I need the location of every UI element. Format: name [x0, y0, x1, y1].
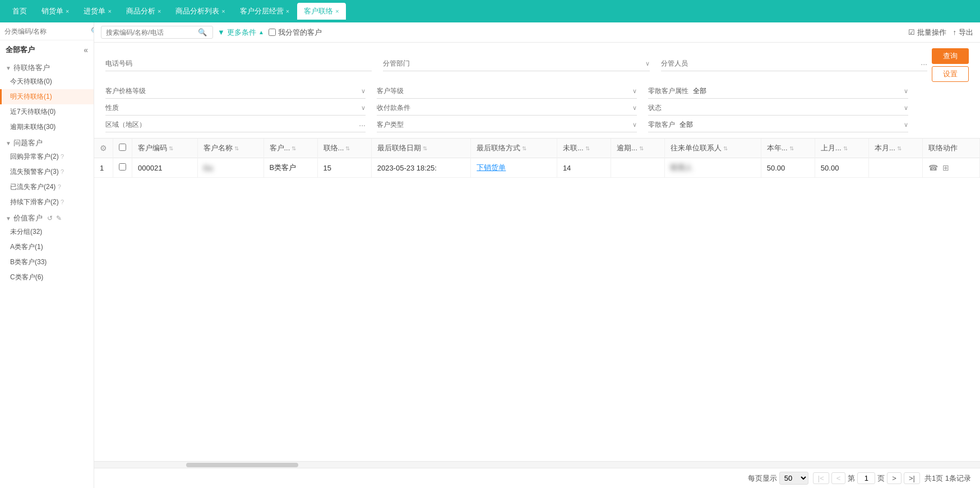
- th-uncontacted[interactable]: 未联... ⇅: [557, 139, 611, 158]
- th-this-year[interactable]: 本年... ⇅: [761, 139, 815, 158]
- batch-ops-button[interactable]: ☑ 批量操作: [908, 27, 946, 38]
- scrollbar-thumb[interactable]: [186, 463, 298, 467]
- my-customer-checkbox[interactable]: [269, 29, 276, 36]
- query-button[interactable]: 查询: [932, 48, 969, 64]
- filter-payment[interactable]: 收付款条件 ∨: [377, 103, 637, 116]
- td-checkbox[interactable]: [113, 158, 132, 178]
- nav-purchase-order[interactable]: 进货单 ×: [77, 3, 118, 20]
- group-pending-contact[interactable]: ▼ 待联络客户: [0, 59, 94, 74]
- horizontal-scrollbar[interactable]: [94, 461, 980, 468]
- setting-button[interactable]: 设置: [932, 66, 969, 82]
- next-page-button[interactable]: >: [887, 472, 902, 484]
- filter-retail-attr[interactable]: 零散客户属性 全部 ∨: [648, 86, 908, 99]
- close-icon[interactable]: ×: [335, 8, 339, 15]
- more-icon[interactable]: ···: [921, 59, 927, 68]
- th-last-contact-method[interactable]: 最后联络方式 ⇅: [471, 139, 557, 158]
- grid-icon[interactable]: ⊞: [942, 163, 949, 172]
- th-contact-count[interactable]: 联络... ⇅: [317, 139, 371, 158]
- filter-region[interactable]: 区域（地区） ···: [105, 120, 366, 132]
- phone-icon[interactable]: ☎: [928, 163, 938, 172]
- th-customer-code[interactable]: 客户编码 ⇅: [132, 139, 198, 158]
- sort-icon: ⇅: [585, 145, 590, 151]
- close-icon[interactable]: ×: [221, 8, 225, 15]
- page-number-input[interactable]: [857, 472, 875, 484]
- th-this-month[interactable]: 本月... ⇅: [868, 139, 922, 158]
- sidebar-item-churned[interactable]: 已流失客户(24) ?: [0, 179, 94, 195]
- group-value-customers[interactable]: ▼ 价值客户 ↺ ✎: [0, 210, 94, 224]
- first-page-button[interactable]: |<: [813, 472, 829, 484]
- th-checkbox[interactable]: [113, 139, 132, 158]
- prev-page-button[interactable]: <: [831, 472, 846, 484]
- td-last-contact-date: 2023-05-23 18:25:: [371, 158, 471, 178]
- nav-product-analysis[interactable]: 商品分析 ×: [119, 3, 168, 20]
- th-last-month[interactable]: 上月... ⇅: [815, 139, 868, 158]
- sidebar-search-input[interactable]: [4, 27, 89, 35]
- filter-dept[interactable]: 分管部门 ∨: [383, 59, 649, 71]
- filter-customer-value-grade[interactable]: 客户价格等级 ∨: [105, 86, 366, 99]
- close-icon[interactable]: ×: [286, 8, 289, 15]
- td-contact-person: 联系人: [665, 158, 761, 178]
- search-input[interactable]: [106, 29, 196, 36]
- chevron-down-icon: ∨: [904, 88, 908, 95]
- sidebar-item-class-a[interactable]: A类客户(1): [0, 240, 94, 255]
- sort-icon: ⇅: [789, 145, 794, 151]
- nav-product-analysis-list[interactable]: 商品分析列表 ×: [169, 3, 232, 20]
- sidebar-item-tomorrow-contact[interactable]: 明天待联络(1): [0, 89, 94, 104]
- th-overdue[interactable]: 逾期... ⇅: [611, 139, 664, 158]
- sort-icon: ⇅: [522, 145, 526, 151]
- contact-method-link[interactable]: 下销货单: [477, 163, 506, 172]
- sort-icon: ⇅: [639, 145, 644, 151]
- page-navigation: |< < 第 页 > >|: [813, 472, 920, 484]
- close-icon[interactable]: ×: [108, 8, 111, 15]
- my-customer-checkbox-area[interactable]: 我分管的客户: [269, 27, 322, 38]
- sidebar-item-class-c[interactable]: C类客户(6): [0, 270, 94, 285]
- nav-home[interactable]: 首页: [6, 3, 34, 20]
- filter-icon: ▼: [218, 28, 225, 36]
- toolbar-right: ☑ 批量操作 ↑ 导出: [908, 27, 974, 38]
- sidebar-item-overdue-contact[interactable]: 逾期未联络(30): [0, 119, 94, 135]
- filter-retail-customer[interactable]: 零散客户 全部 ∨: [648, 120, 908, 132]
- collapse-icon[interactable]: «: [84, 45, 88, 54]
- th-customer-type[interactable]: 客户... ⇅: [264, 139, 317, 158]
- chevron-down-icon: ∨: [632, 88, 637, 95]
- close-icon[interactable]: ×: [66, 8, 69, 15]
- nav-customer-contact[interactable]: 客户联络 ×: [297, 3, 345, 20]
- row-checkbox[interactable]: [119, 163, 126, 171]
- th-customer-name[interactable]: 客户名称 ⇅: [198, 139, 264, 158]
- select-all-checkbox[interactable]: [119, 144, 126, 151]
- sidebar-item-class-b[interactable]: B类客户(33): [0, 255, 94, 270]
- filter-person[interactable]: 分管人员 ···: [661, 59, 927, 71]
- more-icon[interactable]: ···: [359, 121, 366, 130]
- filter-customer-grade[interactable]: 客户等级 ∨: [377, 86, 637, 99]
- sidebar-item-7days-contact[interactable]: 近7天待联络(0): [0, 104, 94, 119]
- sidebar-item-churn-warning[interactable]: 流失预警客户(3) ?: [0, 164, 94, 179]
- page-size-select[interactable]: 50 100 200: [779, 472, 808, 485]
- filter-customer-type[interactable]: 客户类型 ∨: [377, 120, 637, 132]
- group-problem-customers[interactable]: ▼ 问题客户: [0, 135, 94, 149]
- search-icon[interactable]: 🔍: [198, 28, 207, 36]
- settings-icon[interactable]: ⚙: [100, 144, 107, 153]
- th-contact-person[interactable]: 往来单位联系人 ⇅: [665, 139, 761, 158]
- last-page-button[interactable]: >|: [904, 472, 920, 484]
- td-customer-type: B类客户: [264, 158, 317, 178]
- export-button[interactable]: ↑ 导出: [953, 27, 974, 38]
- close-icon[interactable]: ×: [158, 8, 161, 15]
- th-gear[interactable]: ⚙: [94, 139, 113, 158]
- sidebar-item-today-contact[interactable]: 今天待联络(0): [0, 74, 94, 89]
- filter-row-1: 电话号码 分管部门 ∨ 分管人员 ··· 查询 设置: [105, 48, 969, 82]
- filter-gender[interactable]: 性质 ∨: [105, 103, 366, 116]
- nav-sales-order[interactable]: 销货单 ×: [35, 3, 76, 20]
- sidebar-search-area: 🔍: [0, 22, 94, 40]
- sidebar-item-ungrouped[interactable]: 未分组(32): [0, 224, 94, 240]
- sidebar-item-declining[interactable]: 持续下滑客户(2) ?: [0, 195, 94, 210]
- phone-input[interactable]: [144, 60, 372, 68]
- all-customers-section[interactable]: 全部客户 «: [0, 40, 94, 59]
- more-filter-button[interactable]: ▼ 更多条件 ▲: [218, 27, 264, 38]
- sidebar-item-repurchase-abnormal[interactable]: 回购异常客户(2) ?: [0, 149, 94, 164]
- th-last-contact-date[interactable]: 最后联络日期 ⇅: [371, 139, 471, 158]
- filter-status[interactable]: 状态 ∨: [648, 103, 908, 116]
- td-this-year: 50.00: [761, 158, 815, 178]
- filter-row-3: 性质 ∨ 收付款条件 ∨ 状态 ∨: [105, 103, 969, 116]
- nav-customer-stratification[interactable]: 客户分层经营 ×: [233, 3, 296, 20]
- chevron-down-icon: ∨: [361, 88, 366, 95]
